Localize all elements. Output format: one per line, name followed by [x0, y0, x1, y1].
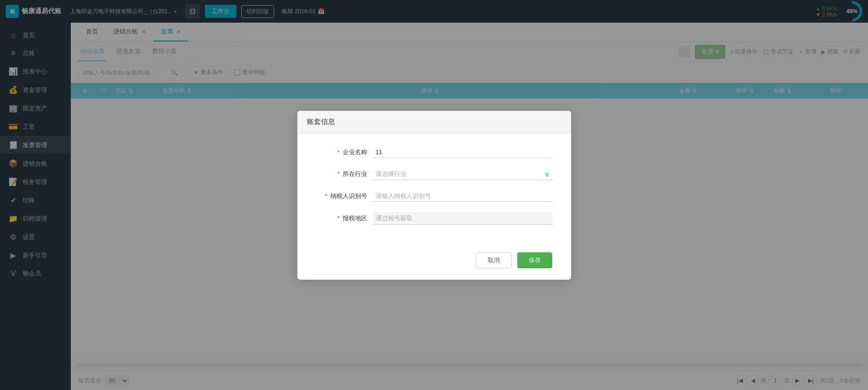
tax-region-label: * 报税地区	[316, 214, 373, 223]
industry-dropdown-arrow[interactable]: ∨	[545, 170, 549, 178]
required-star-industry: *	[337, 170, 340, 177]
company-name-input[interactable]	[373, 147, 552, 158]
company-name-label: * 企业名称	[316, 148, 373, 157]
tax-region-disabled: 通过税号获取	[373, 212, 552, 225]
industry-select[interactable]: 请选择行业	[376, 170, 545, 177]
form-row-tax-id: * 纳税人识别号	[316, 191, 552, 202]
form-row-tax-region: * 报税地区 通过税号获取	[316, 212, 552, 225]
modal-overlay: 账套信息 * 企业名称 * 所在行业	[71, 23, 868, 390]
industry-label: * 所在行业	[316, 170, 373, 178]
tax-id-input[interactable]	[373, 191, 552, 202]
form-row-company-name: * 企业名称	[316, 147, 552, 158]
tax-id-label: * 纳税人识别号	[316, 192, 373, 200]
account-info-dialog: 账套信息 * 企业名称 * 所在行业	[297, 111, 571, 280]
save-button[interactable]: 保存	[517, 252, 552, 268]
required-star: *	[337, 149, 340, 156]
required-star-region: *	[337, 215, 340, 222]
dialog-body: * 企业名称 * 所在行业 请选择行业	[297, 133, 571, 245]
main-content: 首页 进销台账 ✕ 发票 ✕ 销项发票 进项发票 费用小	[71, 23, 868, 390]
industry-select-wrapper: 请选择行业 ∨	[373, 168, 552, 180]
cancel-button[interactable]: 取消	[476, 252, 512, 268]
dialog-title: 账套信息	[297, 111, 571, 133]
required-star-tax: *	[325, 192, 328, 199]
form-row-industry: * 所在行业 请选择行业 ∨	[316, 168, 552, 180]
dialog-footer: 取消 保存	[297, 245, 571, 280]
